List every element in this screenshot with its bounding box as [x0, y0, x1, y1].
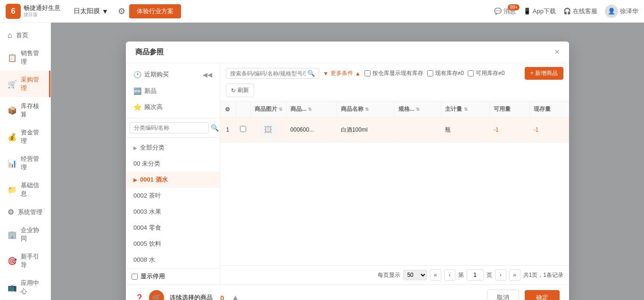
sidebar-label-apps: 应用中心	[21, 279, 43, 296]
guide-icon: 🎯	[8, 257, 17, 266]
category-all[interactable]: ▶ 全部分类	[126, 140, 220, 156]
headset-icon: 🎧	[563, 8, 571, 15]
category-search-button[interactable]: 🔍	[211, 124, 219, 132]
cat-0008-label: 0008 水	[133, 256, 155, 264]
high-freq-label: 频次高	[144, 103, 163, 111]
search-icon[interactable]: 🔍	[307, 70, 315, 77]
arrow-icon-all: ▶	[133, 145, 137, 150]
category-0003[interactable]: 0003 水果	[126, 204, 220, 220]
cat-0004-label: 0004 零食	[133, 224, 161, 232]
col-unit[interactable]: 主计量 ⇅	[441, 101, 490, 117]
row-unit: 瓶	[441, 117, 490, 142]
checkbox-by-warehouse[interactable]: 按仓库显示现有库存	[364, 69, 423, 77]
refresh-button[interactable]: ↻ 刷新	[226, 83, 254, 97]
row-checkbox-cell[interactable]	[235, 117, 250, 142]
product-search-wrap: 🔍	[226, 68, 319, 79]
sidebar-item-operation[interactable]: 📊 经营管理	[0, 150, 50, 176]
trial-button[interactable]: 体验行业方案	[129, 4, 181, 18]
quick-new-goods[interactable]: 🆕 新品	[130, 84, 216, 98]
sidebar-item-sales[interactable]: 📋 销售管理	[0, 44, 50, 71]
gear-icon[interactable]: ⚙	[114, 4, 129, 19]
more-filter-button[interactable]: ▼ 更多条件 ▲	[323, 69, 361, 77]
cancel-button[interactable]: 取消	[487, 290, 519, 300]
product-table-wrap: ⚙ 商品图片 ⇅ 商品... ⇅	[220, 101, 569, 265]
category-search-input[interactable]	[130, 122, 209, 133]
main-layout: ⌂ 首页 📋 销售管理 🛒 采购管理 📦 库存核算 💰 资金管理 📊 经营管理 …	[0, 23, 644, 300]
new-product-button[interactable]: + 新增商品	[525, 67, 563, 80]
nav-dropdown[interactable]: 日太阳膜 ▼	[68, 5, 114, 17]
new-goods-label: 新品	[144, 87, 157, 95]
col-name-label: 商品名称	[341, 106, 363, 112]
category-0001[interactable]: ▶ 0001 酒水	[126, 172, 220, 188]
available-not-zero-checkbox[interactable]	[468, 70, 474, 76]
row-code: 000600...	[286, 117, 337, 142]
sidebar-item-apps[interactable]: 📺 应用中心	[0, 274, 50, 300]
sort-name-icon[interactable]: ⇅	[365, 107, 369, 112]
sidebar-item-enterprise[interactable]: 🏢 企业协同	[0, 221, 50, 248]
page-last-button[interactable]: »	[509, 269, 520, 281]
sort-spec-icon[interactable]: ⇅	[416, 107, 420, 112]
row-num: 1	[220, 117, 235, 142]
purchase-icon: 🛒	[8, 80, 17, 89]
col-settings[interactable]: ⚙	[220, 101, 235, 117]
page-first-button[interactable]: «	[430, 269, 441, 281]
col-spec[interactable]: 规格... ⇅	[394, 101, 441, 117]
sidebar-label-home: 首页	[16, 31, 28, 40]
product-search-input[interactable]	[230, 70, 305, 77]
category-00[interactable]: 00 未分类	[126, 156, 220, 172]
category-0005[interactable]: 0005 饮料	[126, 236, 220, 252]
sort-unit-icon[interactable]: ⇅	[464, 107, 468, 112]
cat-0002-label: 0002 茶叶	[133, 192, 161, 200]
col-code[interactable]: 商品... ⇅	[286, 101, 337, 117]
row-checkbox[interactable]	[240, 126, 246, 132]
category-0008[interactable]: 0008 水	[126, 252, 220, 268]
user-item[interactable]: 👤 徐泽华	[605, 5, 638, 18]
refresh-label: 刷新	[238, 86, 249, 94]
col-image[interactable]: 商品图片 ⇅	[250, 101, 286, 117]
page-number-input[interactable]	[467, 269, 484, 281]
sidebar-item-system[interactable]: ⚙ 系统管理	[0, 203, 50, 221]
show-disabled-checkbox[interactable]	[132, 274, 138, 280]
sidebar-item-guide[interactable]: 🎯 新手引导	[0, 248, 50, 274]
confirm-button[interactable]: 确定	[525, 290, 560, 300]
stock-not-zero-checkbox[interactable]	[427, 70, 433, 76]
sort-image-icon[interactable]: ⇅	[279, 107, 282, 112]
sidebar-item-basic[interactable]: 📁 基础信息	[0, 176, 50, 203]
checkbox-available-not-zero[interactable]: 可用库存≠0	[468, 69, 504, 77]
product-reference-modal: 商品参照 × 🕐 近期购买 ◀◀	[126, 42, 569, 300]
online-service-item[interactable]: 🎧 在线客服	[563, 7, 597, 16]
help-icon[interactable]: ❓	[135, 294, 143, 300]
modal-header: 商品参照 ×	[126, 42, 569, 63]
message-icon: 💬	[494, 8, 502, 15]
col-name[interactable]: 商品名称 ⇅	[337, 101, 394, 117]
available-not-zero-label: 可用库存≠0	[476, 69, 504, 77]
sidebar-item-purchase[interactable]: 🛒 采购管理	[0, 71, 50, 97]
page-prev-button[interactable]: ‹	[444, 269, 455, 281]
quick-recent-buy[interactable]: 🕐 近期购买 ◀◀	[130, 67, 216, 82]
sidebar-item-home[interactable]: ⌂ 首页	[0, 26, 50, 44]
category-0002[interactable]: 0002 茶叶	[126, 188, 220, 204]
cart-icon[interactable]: 🛒	[149, 290, 164, 300]
sidebar-item-finance[interactable]: 💰 资金管理	[0, 124, 50, 150]
product-table: ⚙ 商品图片 ⇅ 商品... ⇅	[220, 101, 569, 142]
quick-high-freq[interactable]: ⭐ 频次高	[130, 100, 216, 114]
sidebar-label-basic: 基础信息	[21, 181, 43, 198]
collapse-left-button[interactable]: ◀◀	[203, 70, 212, 79]
modal-title: 商品参照	[135, 48, 164, 57]
per-page-select[interactable]: 50 100 200	[403, 270, 427, 280]
notification-item[interactable]: 💬 消息 99+	[494, 7, 516, 16]
modal-right-panel: 🔍 ▼ 更多条件 ▲ 按仓库显示现有库存	[220, 63, 569, 284]
logo-area: 6 畅捷通好生意 捷目版	[6, 4, 60, 19]
by-warehouse-checkbox[interactable]	[364, 70, 371, 76]
filter-arrow-icon: ▲	[355, 70, 361, 77]
col-code-label: 商品...	[290, 106, 306, 112]
modal-close-button[interactable]: ×	[554, 47, 560, 57]
app-download-item[interactable]: 📱 App下载	[523, 7, 556, 16]
category-0004[interactable]: 0004 零食	[126, 220, 220, 236]
checkbox-stock-not-zero[interactable]: 现有库存≠0	[427, 69, 464, 77]
footer-collapse-icon[interactable]: ▲	[231, 293, 239, 300]
sidebar-item-inventory[interactable]: 📦 库存核算	[0, 97, 50, 124]
sort-code-icon[interactable]: ⇅	[308, 107, 312, 112]
page-next-button[interactable]: ›	[495, 269, 506, 281]
table-row[interactable]: 1 🖼	[220, 117, 569, 142]
